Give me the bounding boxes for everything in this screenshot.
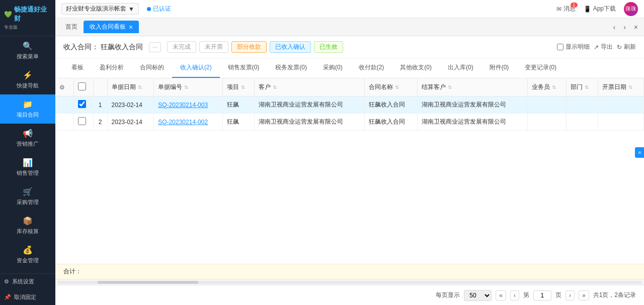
- table-area[interactable]: ⚙ 单据日期⇅ 单据编号⇅ 项目⇅ 客户⇅ 合同名称⇅ 结算客户⇅ 业务员⇅ 部…: [55, 78, 644, 264]
- page-label-pre: 第: [523, 291, 529, 299]
- company-select-btn[interactable]: 好业财专业版演示帐套 ▼: [61, 3, 139, 15]
- tab-盈利分析[interactable]: 盈利分析: [92, 58, 132, 78]
- tab-其他收支[interactable]: 其他收支(0): [392, 58, 440, 78]
- last-page-btn[interactable]: »: [579, 290, 589, 300]
- tab-出入库[interactable]: 出入库(0): [440, 58, 481, 78]
- td-customer-1: 湖南卫视商业运营发展有限公司: [255, 114, 365, 131]
- sort-project-icon: ⇅: [241, 84, 245, 90]
- refresh-icon: ↻: [617, 44, 622, 51]
- messages-btn[interactable]: ✉ 消息 1: [556, 5, 576, 13]
- td-bill-no-1[interactable]: SQ-20230214-002: [154, 114, 223, 131]
- main-content: 好业财专业版演示帐套 ▼ 已认证 ✉ 消息 1 📱 App下载 珠珠 首页: [55, 0, 644, 305]
- sidebar-item-项目合同[interactable]: 📁项目合同: [0, 94, 55, 124]
- footer-label: 合计：: [63, 267, 82, 276]
- sidebar-item-采购管理[interactable]: 🛒采购管理: [0, 182, 55, 211]
- tab-收付款[interactable]: 收付款(2): [351, 58, 392, 78]
- td-checkbox-0[interactable]: [73, 96, 93, 114]
- tab-prev-btn[interactable]: ‹: [611, 22, 617, 32]
- tab-close-btn[interactable]: ×: [129, 23, 133, 31]
- sort-final-customer-icon: ⇅: [448, 84, 452, 90]
- company-selector[interactable]: 好业财专业版演示帐套 ▼: [61, 3, 139, 15]
- sidebar-item-营销推广[interactable]: 📢营销推广: [0, 124, 55, 153]
- row-checkbox-1[interactable]: [78, 117, 86, 125]
- app-download-btn[interactable]: 📱 App下载: [584, 5, 616, 13]
- tab-close-window-btn[interactable]: ×: [632, 22, 640, 32]
- sidebar-item-销售管理[interactable]: 📊销售管理: [0, 153, 55, 182]
- export-btn[interactable]: ↗ 导出: [594, 43, 613, 51]
- th-salesperson[interactable]: 业务员⇅: [528, 78, 567, 96]
- sidebar-item-库存核算[interactable]: 📦库存核算: [0, 211, 55, 240]
- td-bill-no-0[interactable]: SQ-20230214-003: [154, 96, 223, 114]
- tab-next-btn[interactable]: ›: [621, 22, 628, 32]
- th-bill-date2[interactable]: 开票日期⇅: [598, 78, 643, 96]
- th-bill-date[interactable]: 单据日期⇅: [107, 78, 154, 96]
- tab-销售发票[interactable]: 销售发票(0): [220, 58, 268, 78]
- show-detail-input[interactable]: [557, 44, 564, 50]
- bill-no-link-1[interactable]: SQ-20230214-002: [158, 119, 208, 126]
- sidebar-bottom-item-系统设置[interactable]: ⚙系统设置: [0, 274, 55, 289]
- table-row[interactable]: 1 2023-02-14 SQ-20230214-003 狂飙 湖南卫视商业运营…: [55, 96, 644, 114]
- sidebar-icon-6: 📦: [23, 216, 33, 226]
- tab-看板[interactable]: 看板: [63, 58, 92, 78]
- tab-变更记录[interactable]: 变更记录(0): [517, 58, 565, 78]
- scroll-track[interactable]: [57, 281, 642, 284]
- td-contract-name-0: 狂飙收入合同: [364, 96, 417, 114]
- th-customer[interactable]: 客户⇅: [255, 78, 365, 96]
- status-tag-部分收款[interactable]: 部分收款: [231, 41, 267, 53]
- topbar: 好业财专业版演示帐套 ▼ 已认证 ✉ 消息 1 📱 App下载 珠珠: [55, 0, 644, 18]
- tab-附件[interactable]: 附件(0): [481, 58, 517, 78]
- pagination: 每页显示 50 20 100 « ‹ 第 页 › » 共1页，2条记录: [55, 285, 644, 305]
- scroll-bar-area[interactable]: [55, 279, 644, 285]
- user-avatar[interactable]: 珠珠: [624, 2, 638, 16]
- th-department[interactable]: 部门⇅: [567, 78, 598, 96]
- phone-icon: 📱: [584, 6, 591, 13]
- per-page-select[interactable]: 50 20 100: [464, 290, 492, 301]
- sidebar-item-快捷导航[interactable]: ⚡快捷导航: [0, 65, 55, 94]
- th-contract-name[interactable]: 合同名称⇅: [364, 78, 417, 96]
- first-page-btn[interactable]: «: [496, 290, 506, 300]
- page-input[interactable]: [533, 290, 551, 300]
- td-customer-0: 湖南卫视商业运营发展有限公司: [255, 96, 365, 114]
- sidebar-item-总账管理[interactable]: 📒总账管理: [0, 269, 55, 273]
- tab-收入确认[interactable]: 收入确认(2): [172, 58, 220, 78]
- select-all-checkbox[interactable]: [78, 82, 86, 90]
- settings-icon[interactable]: ⚙: [59, 84, 65, 91]
- sidebar-bottom-icon-0: ⚙: [4, 278, 9, 285]
- th-bill-no[interactable]: 单据编号⇅: [154, 78, 223, 96]
- th-checkbox[interactable]: [73, 78, 93, 96]
- show-detail-checkbox[interactable]: 显示明细: [557, 43, 590, 51]
- right-panel-toggle[interactable]: ≡: [635, 147, 644, 158]
- status-tag-已收入确认[interactable]: 已收入确认: [270, 41, 311, 53]
- th-settings[interactable]: ⚙: [55, 78, 73, 96]
- refresh-btn[interactable]: ↻ 刷新: [617, 43, 636, 51]
- next-page-btn[interactable]: ›: [566, 290, 575, 300]
- status-tag-已生效[interactable]: 已生效: [314, 41, 343, 53]
- refresh-label: 刷新: [624, 43, 636, 51]
- tab-税务发票[interactable]: 税务发票(0): [267, 58, 315, 78]
- td-checkbox-1[interactable]: [73, 114, 93, 131]
- status-tag-未完成[interactable]: 未完成: [167, 41, 196, 53]
- sidebar-item-搜索菜单[interactable]: 🔍搜索菜单: [0, 36, 55, 65]
- sidebar-label-1: 快捷导航: [17, 82, 39, 89]
- bill-no-link-0[interactable]: SQ-20230214-003: [158, 101, 208, 109]
- tab-采购[interactable]: 采购(0): [315, 58, 351, 78]
- contract-title-area: 收入合同： 狂飙收入合同: [63, 43, 143, 52]
- home-tab[interactable]: 首页: [59, 21, 84, 33]
- sidebar-icon-1: ⚡: [23, 70, 33, 80]
- table-row[interactable]: 2 2023-02-14 SQ-20230214-002 狂飙 湖南卫视商业运营…: [55, 114, 644, 131]
- th-final-customer[interactable]: 结算客户⇅: [418, 78, 528, 96]
- status-tag-未开票[interactable]: 未开票: [199, 41, 228, 53]
- status-tags: 未完成未开票部分收款已收入确认已生效: [167, 41, 343, 53]
- prev-page-btn[interactable]: ‹: [510, 290, 519, 300]
- tab-合同标的[interactable]: 合同标的: [132, 58, 172, 78]
- td-num-0: 1: [93, 96, 107, 114]
- contract-more-btn[interactable]: ···: [149, 42, 161, 52]
- sidebar-label-4: 销售管理: [17, 169, 39, 177]
- scroll-thumb[interactable]: [98, 281, 198, 284]
- th-project[interactable]: 项目⇅: [223, 78, 255, 96]
- sidebar-bottom-item-取消固定[interactable]: 📌取消固定: [0, 289, 55, 305]
- sidebar-item-资金管理[interactable]: 💰资金管理: [0, 240, 55, 269]
- active-tab[interactable]: 收入合同看板 ×: [84, 21, 139, 33]
- export-icon: ↗: [594, 44, 599, 51]
- row-checkbox-0[interactable]: [78, 100, 86, 108]
